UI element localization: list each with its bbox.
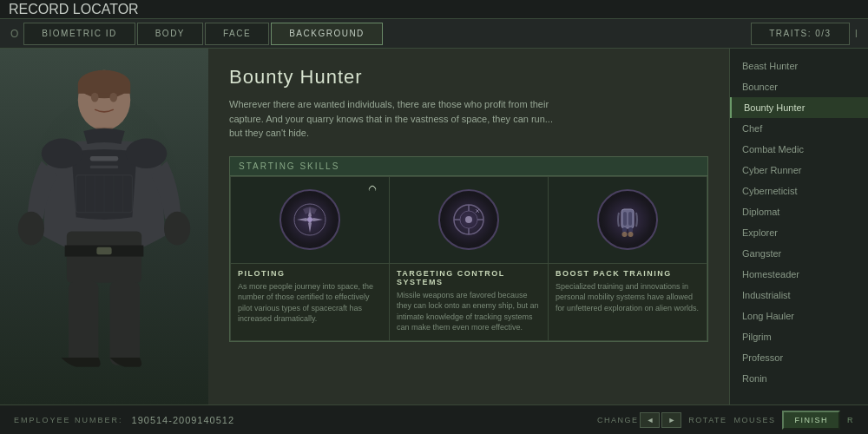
svg-point-5: [109, 93, 117, 102]
character-figure: [0, 49, 208, 404]
finish-bracket: R: [847, 416, 854, 424]
finish-button[interactable]: FINISH: [782, 411, 840, 430]
bg-list-item-pilgrim[interactable]: Pilgrim: [730, 326, 868, 347]
svg-rect-8: [90, 166, 118, 168]
svg-point-9: [42, 139, 82, 169]
bg-list-item-homesteader[interactable]: Homesteader: [730, 264, 868, 285]
change-btn-group: CHANGE ◄ ►: [597, 412, 681, 428]
bg-list-item-diplomat[interactable]: Diplomat: [730, 201, 868, 222]
background-description: Wherever there are wanted individuals, t…: [229, 97, 559, 141]
svg-rect-16: [69, 281, 99, 365]
skill-name-piloting: PILOTING: [231, 264, 389, 281]
skill-icon-targeting: [438, 189, 499, 250]
svg-point-38: [622, 232, 628, 237]
skills-section: STARTING SKILLS: [229, 156, 708, 342]
bg-list-item-explorer[interactable]: Explorer: [730, 222, 868, 243]
skills-grid: PILOTING As more people journey into spa…: [230, 176, 707, 341]
svg-point-12: [164, 212, 190, 246]
svg-point-39: [628, 232, 634, 237]
nav-right-bracket: I: [852, 28, 861, 40]
skill-card-targeting: TARGETING CONTROL SYSTEMS Missile weapon…: [390, 177, 548, 340]
info-panel: Bounty Hunter Wherever there are wanted …: [208, 49, 729, 404]
bg-list-item-beast-hunter[interactable]: Beast Hunter: [730, 56, 868, 76]
skill-desc-targeting: Missile weapons are favored because they…: [390, 290, 548, 340]
change-next-button[interactable]: ►: [661, 412, 681, 428]
mouses-label: MOUSES: [733, 416, 775, 424]
skill-icon-boostpack: [597, 189, 658, 250]
svg-rect-3: [78, 84, 130, 94]
bg-list-item-industrialist[interactable]: Industrialist: [730, 285, 868, 306]
title-bar-text: RECORD LOCATOR: [9, 2, 139, 17]
skills-header: STARTING SKILLS: [230, 157, 707, 176]
skill-desc-piloting: As more people journey into space, the n…: [231, 281, 389, 332]
svg-point-25: [307, 217, 312, 222]
title-bar: RECORD LOCATOR: [0, 0, 868, 19]
skill-card-piloting: PILOTING As more people journey into spa…: [231, 177, 389, 340]
bg-list-item-ronin[interactable]: Ronin: [730, 368, 868, 389]
tab-biometric-id[interactable]: BIOMETRIC ID: [23, 23, 135, 45]
change-label: CHANGE: [597, 416, 639, 424]
employee-label: EMPLOYEE NUMBER:: [14, 416, 123, 424]
footer-bar: EMPLOYEE NUMBER: 190514-2009140512 CHANG…: [0, 404, 868, 434]
svg-rect-34: [623, 212, 627, 226]
change-prev-button[interactable]: ◄: [640, 412, 660, 428]
footer-buttons: CHANGE ◄ ► ROTATE MOUSES FINISH R: [597, 411, 854, 430]
main-content: Bounty Hunter Wherever there are wanted …: [0, 49, 868, 404]
bg-list-item-combat-medic[interactable]: Combat Medic: [730, 139, 868, 160]
mouses-btn-group: MOUSES: [733, 416, 775, 424]
bg-list-item-chef[interactable]: Chef: [730, 118, 868, 139]
rotate-btn-group: ROTATE: [688, 416, 727, 424]
skill-card-boostpack: BOOST PACK TRAINING Specialized training…: [549, 177, 707, 340]
svg-rect-35: [628, 212, 632, 226]
skill-desc-boostpack: Specialized training and innovations in …: [549, 281, 707, 321]
skill-icon-wrap-boostpack: [549, 177, 707, 264]
skill-icon-wrap-piloting: [231, 177, 389, 264]
bg-list-item-bounty-hunter[interactable]: Bounty Hunter: [730, 97, 868, 118]
bg-list-item-professor[interactable]: Professor: [730, 347, 868, 368]
bg-list-item-cyber-runner[interactable]: Cyber Runner: [730, 160, 868, 181]
tab-background[interactable]: BACKGROUND: [271, 23, 383, 45]
bg-list-item-bouncer[interactable]: Bouncer: [730, 76, 868, 97]
tab-face[interactable]: FACE: [205, 23, 269, 45]
background-title: Bounty Hunter: [229, 66, 708, 89]
svg-rect-15: [96, 247, 111, 255]
employee-number: 190514-2009140512: [132, 415, 235, 425]
tab-traits[interactable]: TRAITS: 0/3: [751, 23, 850, 45]
svg-rect-13: [67, 231, 141, 282]
cursor-indicator: [367, 184, 377, 194]
bg-list-item-long-hauler[interactable]: Long Hauler: [730, 306, 868, 326]
svg-point-4: [91, 93, 99, 102]
skill-icon-piloting: [279, 189, 340, 250]
nav-left-bracket: O: [7, 28, 22, 40]
rotate-label: ROTATE: [688, 416, 727, 424]
svg-rect-7: [90, 156, 118, 161]
svg-point-10: [126, 139, 167, 169]
svg-point-28: [465, 216, 472, 223]
bg-list-item-cyberneticist[interactable]: Cyberneticist: [730, 181, 868, 201]
nav-bar: O BIOMETRIC ID BODY FACE BACKGROUND TRAI…: [0, 19, 868, 49]
skill-name-targeting: TARGETING CONTROL SYSTEMS: [390, 264, 548, 290]
svg-rect-17: [109, 281, 140, 365]
skill-icon-wrap-targeting: [390, 177, 548, 264]
tab-body[interactable]: BODY: [137, 23, 203, 45]
background-list: Beast HunterBouncerBounty HunterChefComb…: [729, 49, 868, 404]
skill-name-boostpack: BOOST PACK TRAINING: [549, 264, 707, 281]
svg-point-11: [18, 212, 44, 246]
character-panel: [0, 49, 208, 404]
bg-list-item-gangster[interactable]: Gangster: [730, 243, 868, 264]
